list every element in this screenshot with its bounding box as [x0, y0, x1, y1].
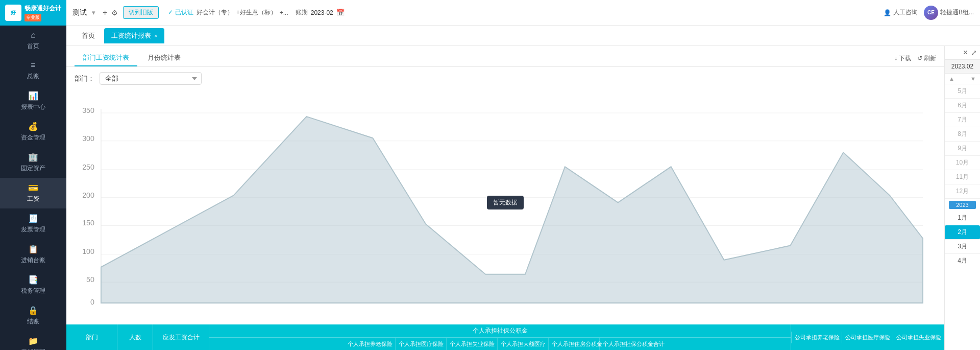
- filterbar: 部门： 全部 财务部 销售部 技术部: [66, 67, 944, 90]
- subtab-actions: ↓ 下载 ↺ 刷新: [894, 54, 936, 63]
- month-item-3[interactable]: 3月: [945, 240, 980, 254]
- salary-chart: 350 300 250 200 150 100 50 0: [75, 95, 936, 324]
- svg-marker-17: [101, 116, 923, 303]
- sidebar-item-general-ledger[interactable]: ≡ 总账: [0, 56, 66, 86]
- reports-icon: 📊: [28, 91, 38, 101]
- subtabbar: 部门工资统计表 月份统计表 ↓ 下载 ↺ 刷新: [66, 46, 944, 67]
- month-item-5[interactable]: 5月: [945, 84, 980, 99]
- sidebar-item-label: 结账: [27, 317, 39, 326]
- panel-expand-button[interactable]: ⤢: [971, 49, 977, 57]
- month-item-6[interactable]: 6月: [945, 99, 980, 113]
- th-company-unemployment: 公司承担失业保险: [893, 332, 944, 343]
- period-label: 账期: [296, 8, 308, 17]
- old-version-button[interactable]: 切到旧版: [123, 6, 159, 19]
- sidebar-nav: ⌂ 首页 ≡ 总账 📊 报表中心 💰 资金管理 🏢 固定资产 💳 工资 🧾 发票…: [0, 26, 66, 350]
- content-area: 部门工资统计表 月份统计表 ↓ 下载 ↺ 刷新: [66, 46, 980, 350]
- year-up-button[interactable]: ▲: [949, 76, 954, 82]
- funds-icon: 💰: [28, 122, 38, 131]
- add-button[interactable]: +: [103, 8, 107, 17]
- sidebar-item-label: 发票管理: [21, 225, 45, 234]
- sidebar-item-label: 税务管理: [21, 287, 45, 295]
- year-down-button[interactable]: ▼: [970, 76, 976, 82]
- th-personal-pension: 个人承担养老保险: [345, 338, 396, 350]
- svg-text:100: 100: [82, 247, 94, 256]
- topbar-info: ✓ 已认证 好会计（专） +好生意（标） +... 账期 2023-02 📅: [168, 8, 344, 17]
- tab-close-icon[interactable]: ×: [154, 33, 157, 39]
- main-panel: 部门工资统计表 月份统计表 ↓ 下载 ↺ 刷新: [66, 46, 944, 350]
- date-panel-header: 2023.02: [945, 60, 980, 74]
- chart-container: 350 300 250 200 150 100 50 0: [66, 90, 944, 324]
- sales-icon: 📋: [28, 244, 38, 254]
- th-dept: 部门: [66, 324, 117, 350]
- th-personal-unemployment: 个人承担失业保险: [447, 338, 498, 350]
- sidebar-item-fixed-assets[interactable]: 🏢 固定资产: [0, 147, 66, 178]
- sidebar-item-home[interactable]: ⌂ 首页: [0, 26, 66, 56]
- svg-text:150: 150: [82, 219, 94, 227]
- sidebar-item-label: 工资: [27, 195, 39, 203]
- th-personal-housing-fund: 个人承担住房公积金: [549, 338, 600, 350]
- sidebar-item-archive[interactable]: 📁 归档管理: [0, 331, 66, 350]
- th-company-medical: 公司承担医疗保险: [842, 332, 893, 343]
- sidebar-item-invoices[interactable]: 🧾 发票管理: [0, 208, 66, 239]
- app-logo: 好 畅康通好会计 专业版: [0, 0, 66, 26]
- month-item-7[interactable]: 7月: [945, 113, 980, 127]
- closing-icon: 🔒: [28, 306, 38, 315]
- th-personal-total: 个人承担社保公积金合计: [600, 338, 656, 350]
- tab-home[interactable]: 首页: [75, 28, 102, 43]
- th-personal-major-medical: 个人承担大额医疗: [498, 338, 549, 350]
- svg-text:350: 350: [82, 106, 94, 115]
- svg-text:250: 250: [82, 162, 94, 171]
- month-item-4[interactable]: 4月: [945, 254, 980, 268]
- sidebar-item-tax[interactable]: 📑 税务管理: [0, 270, 66, 300]
- th-personal-group: 个人承担社保公积金 个人承担养老保险 个人承担医疗保险 个人承担失业保险 个人承…: [209, 324, 791, 350]
- product-info1: 好会计（专）: [197, 8, 233, 17]
- settings-button[interactable]: ⚙: [111, 9, 118, 17]
- th-personal-group-cells: 个人承担养老保险 个人承担医疗保险 个人承担失业保险 个人承担大额医疗 个人承担: [345, 338, 656, 350]
- sidebar-item-payroll[interactable]: 💳 工资: [0, 178, 66, 208]
- sidebar-item-sales[interactable]: 📋 进销台账: [0, 239, 66, 270]
- sidebar-item-reports[interactable]: 📊 报表中心: [0, 86, 66, 116]
- th-headcount: 人数: [117, 324, 153, 350]
- month-item-12[interactable]: 12月: [945, 184, 980, 199]
- refresh-label: 刷新: [924, 54, 936, 63]
- assets-icon: 🏢: [28, 152, 38, 162]
- sidebar-item-label: 首页: [27, 42, 39, 51]
- topbar-actions: + ⚙: [103, 8, 118, 17]
- th-personal-medical: 个人承担医疗保险: [396, 338, 447, 350]
- month-item-1[interactable]: 1月: [945, 211, 980, 225]
- main-area: 测试 ▾ + ⚙ 切到旧版 ✓ 已认证 好会计（专） +好生意（标） +... …: [66, 0, 980, 350]
- download-icon: ↓: [894, 55, 897, 62]
- refresh-button[interactable]: ↺ 刷新: [917, 54, 936, 63]
- product-info2: +好生意（标）: [236, 8, 277, 17]
- subtabs: 部门工资统计表 月份统计表: [75, 50, 189, 66]
- panel-close-button[interactable]: ×: [963, 48, 968, 57]
- help-button[interactable]: 👤 人工咨询: [884, 8, 918, 17]
- dropdown-arrow-icon[interactable]: ▾: [92, 9, 95, 16]
- month-item-10[interactable]: 10月: [945, 156, 980, 170]
- home-icon: ⌂: [31, 31, 36, 40]
- subtab-dept-stats[interactable]: 部门工资统计表: [75, 50, 137, 66]
- year-2023-label: 2023: [949, 201, 976, 209]
- subtab-monthly-stats[interactable]: 月份统计表: [139, 50, 189, 66]
- logo-icon: 好: [5, 5, 21, 21]
- current-date-label: 2023.02: [951, 63, 973, 70]
- download-button[interactable]: ↓ 下载: [894, 54, 911, 63]
- filter-dept-label: 部门：: [75, 74, 94, 83]
- invoice-icon: 🧾: [28, 214, 38, 223]
- help-label: 人工咨询: [893, 8, 918, 17]
- sidebar-item-funds[interactable]: 💰 资金管理: [0, 116, 66, 147]
- download-label: 下载: [899, 54, 911, 63]
- payroll-icon: 💳: [28, 183, 38, 193]
- tab-payroll-stats[interactable]: 工资统计报表 ×: [104, 28, 164, 43]
- topbar: 测试 ▾ + ⚙ 切到旧版 ✓ 已认证 好会计（专） +好生意（标） +... …: [66, 0, 980, 26]
- sidebar-item-label: 报表中心: [21, 103, 45, 111]
- month-item-2[interactable]: 2月: [945, 225, 980, 240]
- month-item-9[interactable]: 9月: [945, 142, 980, 156]
- avatar: CE: [924, 6, 938, 20]
- calendar-icon[interactable]: 📅: [336, 9, 345, 16]
- sidebar-item-closing[interactable]: 🔒 结账: [0, 300, 66, 331]
- month-item-8[interactable]: 8月: [945, 127, 980, 142]
- user-menu[interactable]: CE 轻捷通B组...: [924, 6, 974, 20]
- month-item-11[interactable]: 11月: [945, 170, 980, 184]
- filter-dept-select[interactable]: 全部 财务部 销售部 技术部: [100, 72, 202, 85]
